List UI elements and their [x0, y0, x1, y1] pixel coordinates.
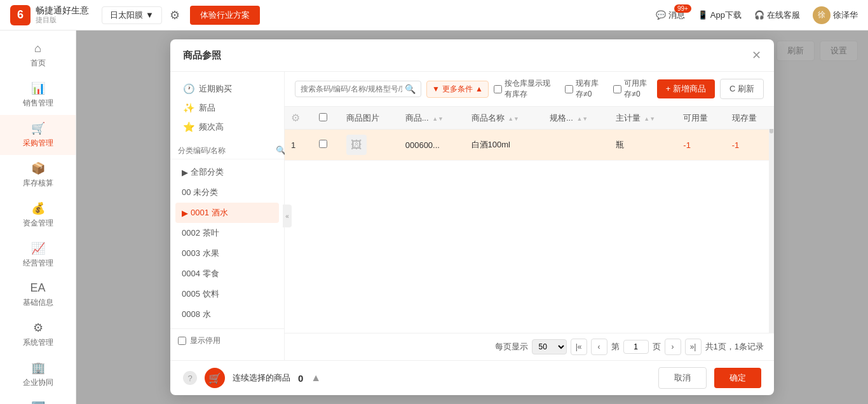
top-navbar: 6 畅捷通好生意 捷目版 日太阳膜 ▼ ⚙ 体验行业方案 💬 消息 99+ 📱 … [0, 0, 868, 30]
warehouse-checkbox[interactable] [494, 85, 502, 93]
sidebar-item-purchase[interactable]: 🛒 采购管理 [0, 115, 76, 155]
category-0001[interactable]: ▶ 0001 酒水 [175, 203, 279, 223]
page-size-select[interactable]: 50 100 200 [532, 339, 567, 354]
page-next-btn[interactable]: › [665, 339, 681, 355]
filter-label: 更多条件 [442, 84, 473, 95]
sidebar-item-basic[interactable]: EA 基础信息 [0, 275, 76, 314]
experience-btn[interactable]: 体验行业方案 [190, 6, 260, 25]
checkbox-available[interactable]: 现有库存≠0 [565, 78, 603, 100]
store-dropdown-icon: ▼ [146, 10, 154, 20]
product-search-icon[interactable]: 🔍 [405, 84, 416, 94]
quick-item-frequent[interactable]: ⭐ 频次高 [178, 118, 276, 137]
enterprise-icon: 🏢 [31, 361, 45, 375]
category-00[interactable]: 00 未分类 [175, 182, 279, 203]
category-0003[interactable]: 0003 水果 [175, 243, 279, 264]
show-disabled-checkbox[interactable] [178, 337, 186, 345]
modal-header: 商品参照 ✕ [170, 39, 774, 72]
page-last-btn[interactable]: »| [685, 339, 702, 355]
modal-left-footer: 显示停用 [170, 328, 284, 353]
quick-frequent-label: 频次高 [199, 121, 224, 133]
checkbox-warehouse[interactable]: 按仓库显示现有库存 [494, 78, 555, 100]
cart-icon-btn[interactable]: 🛒 [205, 368, 225, 388]
left-collapse-btn[interactable]: « [283, 205, 292, 227]
th-spec[interactable]: 规格... ▲▼ [543, 107, 609, 130]
page-number-input[interactable] [623, 340, 649, 354]
modal-right-panel: 🔍 ▼ 更多条件 ▲ 按仓库显示现有库存 [285, 72, 774, 360]
help-icon[interactable]: ? [183, 371, 197, 385]
sidebar-item-guide[interactable]: 🆕 新手引导 [0, 394, 76, 404]
settings-col-icon: ⚙ [291, 112, 300, 123]
category-0002-label: 0002 茶叶 [182, 227, 219, 239]
store-selector[interactable]: 日太阳膜 ▼ [102, 6, 162, 24]
sidebar-item-system[interactable]: ⚙ 系统管理 [0, 314, 76, 354]
usable-checkbox[interactable] [613, 85, 621, 93]
app-icon: 📱 [698, 10, 708, 20]
page-label2: 页 [653, 341, 661, 353]
quick-new-label: 新品 [199, 102, 215, 114]
modal-title: 商品参照 [183, 50, 221, 62]
th-unit[interactable]: 主计量 ▲▼ [609, 107, 677, 130]
message-badge: 99+ [674, 4, 691, 13]
guide-icon: 🆕 [31, 401, 45, 404]
category-0004[interactable]: 0004 零食 [175, 264, 279, 284]
category-all[interactable]: ▶ 全部分类 [175, 162, 279, 182]
category-0002[interactable]: 0002 茶叶 [175, 223, 279, 243]
add-product-btn[interactable]: + 新增商品 [657, 79, 715, 98]
page-prev-btn[interactable]: ‹ [591, 339, 607, 355]
sidebar-item-finance[interactable]: 💰 资金管理 [0, 195, 76, 235]
row-name: 白酒100ml [465, 130, 543, 161]
select-all-checkbox[interactable] [319, 113, 327, 121]
quick-items: 🕐 近期购买 ✨ 新品 ⭐ 频次高 [170, 79, 284, 137]
name-sort-icon: ▲▼ [508, 116, 519, 122]
nav-user[interactable]: 徐 徐泽华 [813, 6, 858, 24]
modal-footer: ? 🛒 连续选择的商品 0 ▲ 取消 确定 [170, 360, 774, 395]
sidebar: ⌂ 首页 📊 销售管理 🛒 采购管理 📦 库存核算 💰 资金管理 📈 经营管理 … [0, 30, 76, 404]
category-search-input[interactable] [178, 146, 273, 155]
table-row[interactable]: 1 🖼 000600... 白酒100ml 瓶 [285, 130, 774, 161]
cancel-btn[interactable]: 取消 [658, 367, 707, 389]
quick-recent-label: 近期购买 [199, 83, 232, 95]
settings-icon[interactable]: ⚙ [170, 8, 180, 22]
checkbox-usable[interactable]: 可用库存≠0 [613, 78, 651, 100]
store-name: 日太阳膜 [110, 10, 143, 21]
category-00-label: 00 未分类 [182, 187, 218, 198]
th-code[interactable]: 商品... ▲▼ [399, 107, 465, 130]
category-0008[interactable]: 0008 水 [175, 304, 279, 325]
service-label: 在线客服 [767, 10, 800, 21]
sidebar-item-enterprise[interactable]: 🏢 企业协同 [0, 354, 76, 394]
nav-service[interactable]: 🎧 在线客服 [754, 10, 800, 21]
modal-close-button[interactable]: ✕ [752, 48, 761, 62]
username: 徐泽华 [833, 10, 858, 21]
modal-table-area: ⚙ 商品图片 商品... ▲▼ 商品名称 ▲▼ 规格... ▲▼ 主计量 ▲▼ … [285, 107, 774, 333]
nav-app-download[interactable]: 📱 App下载 [698, 10, 742, 21]
operation-icon: 📈 [31, 241, 45, 255]
nav-message[interactable]: 💬 消息 99+ [656, 10, 685, 21]
sidebar-item-sales[interactable]: 📊 销售管理 [0, 75, 76, 115]
product-search-input[interactable] [301, 84, 402, 93]
content-area: 查询 刷新 设置 商品参照 ✕ « 🕐 [76, 30, 868, 404]
row-checkbox[interactable] [319, 140, 327, 148]
brand-name: 畅捷通好生意 [36, 5, 89, 16]
footer-collapse-icon[interactable]: ▲ [311, 372, 321, 384]
page-first-btn[interactable]: |« [571, 339, 587, 355]
sidebar-item-operation[interactable]: 📈 经营管理 [0, 235, 76, 275]
th-settings[interactable]: ⚙ [285, 107, 313, 130]
filter-btn[interactable]: ▼ 更多条件 ▲ [426, 81, 489, 98]
confirm-btn[interactable]: 确定 [714, 368, 761, 388]
modal-left-panel: « 🕐 近期购买 ✨ 新品 ⭐ [170, 72, 285, 360]
th-name[interactable]: 商品名称 ▲▼ [465, 107, 543, 130]
finance-icon: 💰 [31, 201, 45, 215]
sidebar-finance-label: 资金管理 [23, 218, 53, 229]
sidebar-item-inventory[interactable]: 📦 库存核算 [0, 155, 76, 195]
category-0005[interactable]: 0005 饮料 [175, 284, 279, 304]
refresh-btn[interactable]: C 刷新 [720, 79, 764, 99]
sidebar-basic-label: 基础信息 [23, 297, 53, 308]
quick-item-new[interactable]: ✨ 新品 [178, 98, 276, 118]
quick-item-recent[interactable]: 🕐 近期购买 [178, 79, 276, 98]
category-all-label: 全部分类 [191, 166, 224, 178]
product-search-box: 🔍 [295, 81, 421, 97]
table-scrollbar[interactable] [769, 107, 774, 333]
th-available: 可用量 [677, 107, 725, 130]
sidebar-item-home[interactable]: ⌂ 首页 [0, 36, 76, 75]
available-checkbox[interactable] [565, 85, 573, 93]
